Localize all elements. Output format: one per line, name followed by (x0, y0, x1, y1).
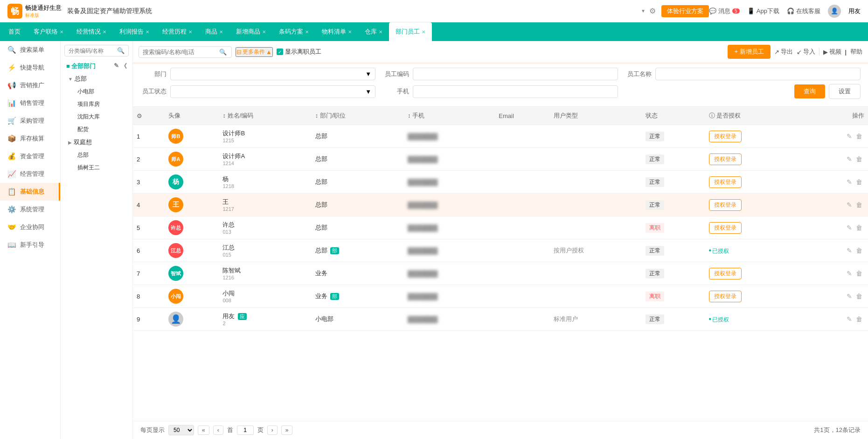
tab-goods[interactable]: 商品 ✕ (199, 22, 229, 41)
edit-btn[interactable]: ✎ (845, 200, 854, 209)
delete-btn[interactable]: 🗑 (854, 154, 864, 164)
tab-customer[interactable]: 客户联络 ✕ (27, 22, 70, 41)
online-service-btn[interactable]: 🎧 在线客服 (787, 7, 820, 15)
edit-btn[interactable]: ✎ (845, 223, 854, 232)
close-icon[interactable]: ✕ (188, 29, 192, 35)
tab-home[interactable]: 首页 (2, 22, 27, 41)
col-settings[interactable]: ⚙ (133, 107, 165, 125)
next-page-btn[interactable]: › (267, 425, 278, 435)
tree-item-peihuo[interactable]: 配货 (64, 123, 129, 136)
emp-name-input[interactable] (655, 68, 861, 80)
tab-add-goods[interactable]: 新增商品 ✕ (229, 22, 272, 41)
close-icon[interactable]: ✕ (219, 29, 223, 35)
delete-btn[interactable]: 🗑 (854, 292, 864, 301)
close-icon[interactable]: ✕ (348, 29, 352, 35)
dept-select[interactable]: ▼ (170, 68, 375, 80)
emp-status-select[interactable]: ▼ (170, 85, 375, 98)
auth-login-btn[interactable]: 授权登录 (709, 291, 742, 302)
tab-employees[interactable]: 部门员工 ✕ (389, 22, 432, 41)
sidebar-item-inventory[interactable]: 📦 库存核算 (0, 130, 60, 147)
row-auth[interactable]: 授权登录 (705, 125, 803, 148)
tab-business-status[interactable]: 经营情况 ✕ (70, 22, 113, 41)
dept-edit-icon[interactable]: ✎ (114, 62, 119, 70)
delete-btn[interactable]: 🗑 (854, 132, 864, 141)
export-btn[interactable]: ↗ 导出 (774, 48, 793, 56)
more-filter-btn[interactable]: ⊟ 更多条件 ▲ (236, 47, 273, 57)
auth-login-btn[interactable]: 授权登录 (709, 131, 742, 142)
tree-item-chashuwang[interactable]: 插树王二 (64, 161, 129, 174)
auth-login-btn[interactable]: 授权登录 (709, 222, 742, 234)
close-icon[interactable]: ✕ (60, 29, 63, 35)
row-auth[interactable]: 授权登录 (705, 171, 803, 194)
auth-login-btn[interactable]: 授权登录 (709, 176, 742, 188)
edit-btn[interactable]: ✎ (845, 132, 854, 141)
close-icon[interactable]: ✕ (305, 29, 309, 35)
row-auth[interactable]: 授权登录 (705, 285, 803, 308)
delete-btn[interactable]: 🗑 (854, 269, 864, 278)
sidebar-item-guide[interactable]: 📖 新手引导 (0, 236, 60, 254)
sidebar-item-collab[interactable]: 🤝 企业协同 (0, 218, 60, 236)
row-auth[interactable]: 授权登录 (705, 194, 803, 216)
sidebar-item-sys[interactable]: ⚙️ 系统管理 (0, 201, 60, 218)
tab-bom[interactable]: 物料清单 ✕ (315, 22, 358, 41)
app-download-btn[interactable]: 📱 App下载 (747, 7, 779, 15)
last-page-btn[interactable]: » (281, 425, 293, 435)
video-btn[interactable]: ▶ 视频 (823, 48, 841, 56)
edit-btn[interactable]: ✎ (845, 314, 854, 324)
search-icon[interactable]: 🔍 (219, 49, 227, 56)
close-icon[interactable]: ✕ (379, 29, 382, 35)
experience-btn[interactable]: 体验行业方案 (661, 5, 709, 17)
edit-btn[interactable]: ✎ (845, 269, 854, 278)
tab-warehouse[interactable]: 仓库 ✕ (358, 22, 389, 41)
edit-btn[interactable]: ✎ (845, 154, 854, 164)
tree-item-shuangtingxiang[interactable]: ▶双庭想 (64, 136, 129, 149)
tree-item-project[interactable]: 项目库房 (64, 98, 129, 111)
close-icon[interactable]: ✕ (262, 29, 266, 35)
row-auth[interactable]: •已授权 (705, 239, 803, 262)
settings-icon[interactable]: ⚙ (649, 7, 656, 15)
delete-btn[interactable]: 🗑 (854, 200, 864, 209)
tree-item-zongbu[interactable]: ▼总部 (64, 72, 129, 85)
page-input[interactable] (237, 425, 254, 435)
sidebar-item-search[interactable]: 🔍 搜索菜单 (0, 41, 60, 59)
edit-btn[interactable]: ✎ (845, 292, 854, 301)
delete-btn[interactable]: 🗑 (854, 177, 864, 187)
avatar[interactable]: 👤 (828, 5, 841, 18)
delete-btn[interactable]: 🗑 (854, 246, 864, 255)
sys-dropdown-arrow[interactable]: ▼ (641, 8, 646, 14)
row-auth[interactable]: 授权登录 (705, 262, 803, 285)
import-btn[interactable]: ↙ 导入 (797, 48, 815, 56)
emp-code-input[interactable] (413, 68, 618, 80)
tree-item-xiaodian[interactable]: 小电部 (64, 85, 129, 98)
auth-login-btn[interactable]: 授权登录 (709, 153, 742, 165)
add-employee-btn[interactable]: + 新增员工 (728, 45, 770, 59)
first-page-btn[interactable]: « (198, 425, 209, 435)
show-resigned-toggle[interactable]: ✓ 显示离职员工 (277, 48, 321, 56)
dept-search-icon[interactable]: 🔍 (117, 47, 125, 54)
message-btn[interactable]: 💬 消息 5 (709, 7, 740, 15)
row-auth[interactable]: 授权登录 (705, 216, 803, 239)
tree-item-zongbu2[interactable]: 总部 (64, 149, 129, 161)
help-btn[interactable]: 帮助 (850, 48, 862, 56)
phone-input[interactable] (413, 85, 618, 98)
auth-login-btn[interactable]: 授权登录 (709, 199, 742, 211)
sidebar-item-biz[interactable]: 📈 经营管理 (0, 165, 60, 183)
close-icon[interactable]: ✕ (103, 29, 106, 35)
delete-btn[interactable]: 🗑 (854, 223, 864, 232)
sidebar-item-purchase[interactable]: 🛒 采购管理 (0, 112, 60, 130)
close-icon[interactable]: ✕ (422, 29, 425, 35)
reset-btn[interactable]: 设置 (829, 84, 861, 99)
search-input[interactable] (143, 49, 217, 56)
dept-search-input[interactable] (69, 48, 115, 54)
tab-barcode[interactable]: 条码方案 ✕ (272, 22, 315, 41)
close-icon[interactable]: ✕ (146, 29, 149, 35)
sidebar-item-marketing[interactable]: 📢 营销推广 (0, 77, 60, 94)
sidebar-item-sales[interactable]: 📊 销售管理 (0, 94, 60, 112)
tree-item-shenyang[interactable]: 沈阳大库 (64, 111, 129, 123)
tab-profit[interactable]: 利润报告 ✕ (113, 22, 156, 41)
dept-collapse-icon[interactable]: 《 (121, 62, 127, 70)
sidebar-item-shortcuts[interactable]: ⚡ 快捷导航 (0, 59, 60, 77)
query-btn[interactable]: 查询 (794, 84, 825, 98)
edit-btn[interactable]: ✎ (845, 246, 854, 255)
prev-page-btn[interactable]: ‹ (213, 425, 223, 435)
